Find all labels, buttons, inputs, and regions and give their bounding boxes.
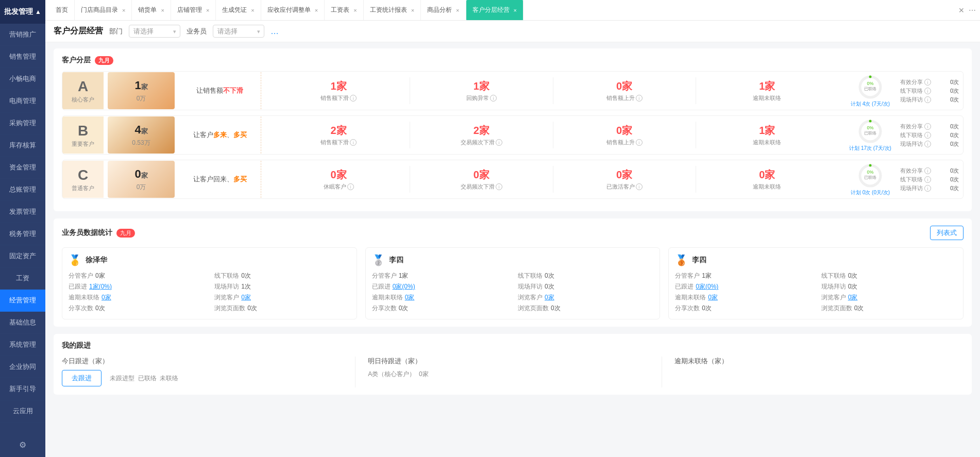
sidebar-item-资金管理[interactable]: 资金管理 — [0, 157, 45, 179]
rep-stat-现场拜访: 现场拜访 1次 — [214, 282, 350, 291]
tab-销货单[interactable]: 销货单× — [132, 0, 171, 21]
info-icon[interactable]: i — [924, 185, 931, 192]
tab-close-销货单[interactable]: × — [161, 7, 164, 13]
rep-stat-value[interactable]: 1家(0%) — [89, 282, 112, 291]
rs-label: 现场拜访 i — [900, 140, 931, 148]
tab-工资表[interactable]: 工资表× — [325, 0, 363, 21]
info-icon[interactable]: i — [350, 139, 357, 146]
rep-name-row: 🥇 徐泽华 — [69, 254, 350, 266]
stat-逾期未联络: 1家 逾期未联络 — [696, 122, 838, 148]
rep-stat-value[interactable]: 0家 — [545, 293, 554, 302]
sidebar-item-税务管理[interactable]: 税务管理 — [0, 223, 45, 245]
stat-label: 交易频次下滑 i — [461, 139, 502, 146]
rs-val: 0次 — [950, 184, 959, 192]
rep-stat-label: 浏览页面数 — [518, 304, 549, 313]
info-icon[interactable]: i — [924, 123, 931, 130]
rep-stat-value: 1家 — [702, 272, 712, 280]
more-filters-icon[interactable]: … — [271, 27, 279, 36]
sidebar-item-新手引导[interactable]: 新手引导 — [0, 378, 45, 400]
gear-icon[interactable]: ⚙ — [0, 433, 45, 457]
tab-应收应付调整单[interactable]: 应收应付调整单× — [261, 0, 325, 21]
rep-stat-label: 已跟进 — [372, 282, 391, 291]
stat-label: 销售额上升 i — [606, 139, 643, 146]
tier-count-num: 4家 — [134, 123, 147, 137]
right-stat-有效分享: 有效分享 i 0次 — [900, 123, 959, 130]
stat-销售额上升: 0家 销售额上升 i — [553, 77, 696, 104]
dept-select[interactable]: 请选择 — [129, 25, 180, 38]
tab-close-商品分析[interactable]: × — [456, 7, 459, 13]
tab-close-客户分层经营[interactable]: × — [514, 7, 517, 13]
info-icon[interactable]: i — [347, 183, 354, 190]
sales-select[interactable]: 请选择 — [213, 25, 264, 38]
sidebar-item-库存核算[interactable]: 库存核算 — [0, 134, 45, 157]
sidebar-item-营销推广[interactable]: 营销推广 — [0, 24, 45, 46]
tab-close-门店商品目录[interactable]: × — [122, 7, 125, 13]
info-icon[interactable]: i — [496, 139, 502, 146]
info-icon[interactable]: i — [636, 183, 643, 190]
tab-close-工资表[interactable]: × — [353, 7, 357, 13]
rep-stat-value[interactable]: 0家 — [102, 293, 111, 302]
info-icon[interactable]: i — [924, 176, 931, 183]
sidebar-item-电商管理[interactable]: 电商管理 — [0, 90, 45, 112]
tab-门店商品目录[interactable]: 门店商品目录× — [75, 0, 132, 21]
info-icon[interactable]: i — [924, 141, 931, 147]
sidebar-collapse-icon[interactable]: ▲ — [35, 8, 41, 15]
rep-stat-value[interactable]: 0家(0%) — [393, 282, 415, 291]
tab-close-工资统计报表[interactable]: × — [411, 7, 414, 13]
go-follow-button[interactable]: 去跟进 — [62, 370, 102, 386]
tab-生成凭证[interactable]: 生成凭证× — [216, 0, 261, 21]
sidebar-item-小畅电商[interactable]: 小畅电商 — [0, 68, 45, 90]
rep-stat-label: 逾期未联络 — [69, 293, 99, 302]
biz-title: 业务员数据统计 — [62, 228, 112, 238]
sidebar-item-销售管理[interactable]: 销售管理 — [0, 46, 45, 68]
tab-menu-icon[interactable]: ⋯ — [969, 6, 976, 14]
stat-num: 0家 — [616, 79, 632, 93]
info-icon[interactable]: i — [490, 95, 497, 101]
rep-stat-value[interactable]: 0家 — [708, 293, 718, 302]
sidebar-item-基础信息[interactable]: 基础信息 — [0, 312, 45, 334]
rep-stat-value[interactable]: 0家 — [241, 293, 251, 302]
info-icon[interactable]: i — [924, 132, 931, 139]
tab-店铺管理[interactable]: 店铺管理× — [171, 0, 216, 21]
tab-首页[interactable]: 首页 — [49, 0, 75, 21]
sidebar-item-固定资产[interactable]: 固定资产 — [0, 245, 45, 267]
stat-逾期未联络: 1家 逾期未联络 — [696, 77, 838, 104]
stat-label: 已激活客户 i — [606, 183, 643, 191]
info-icon[interactable]: i — [924, 88, 931, 94]
info-icon[interactable]: i — [924, 167, 931, 174]
sidebar-header[interactable]: 批发管理 ▲ — [0, 0, 45, 24]
info-icon[interactable]: i — [924, 96, 931, 103]
tab-close-all-icon[interactable]: ✕ — [958, 6, 965, 14]
sidebar-item-发票管理[interactable]: 发票管理 — [0, 201, 45, 223]
tab-close-应收应付调整单[interactable]: × — [315, 7, 318, 13]
sidebar-item-总账管理[interactable]: 总账管理 — [0, 179, 45, 201]
tab-close-店铺管理[interactable]: × — [206, 7, 209, 13]
info-icon[interactable]: i — [924, 79, 931, 86]
sidebar-item-云应用[interactable]: 云应用 — [0, 400, 45, 422]
rep-stat-label: 浏览客户 — [821, 293, 846, 302]
tab-close-生成凭证[interactable]: × — [251, 7, 254, 13]
tab-客户分层经营[interactable]: 客户分层经营× — [466, 0, 523, 21]
sidebar-item-系统管理[interactable]: 系统管理 — [0, 334, 45, 356]
dept-label: 部门 — [109, 27, 123, 36]
tab-商品分析[interactable]: 商品分析× — [421, 0, 466, 21]
sidebar-item-工资[interactable]: 工资 — [0, 267, 45, 290]
rep-stat-label: 分管客户 — [372, 272, 397, 280]
stat-回购异常: 1家 回购异常 i — [410, 77, 553, 104]
info-icon[interactable]: i — [496, 183, 502, 190]
rep-card-李四: 🥉 李四 分管客户 1家 线下联络 0次 已跟进 0家(0%) 现场拜访 0次 — [668, 247, 964, 319]
rep-stat-value[interactable]: 0家 — [848, 293, 858, 302]
rep-stat-value[interactable]: 0家 — [405, 293, 415, 302]
info-icon[interactable]: i — [350, 95, 357, 101]
sidebar-item-企业协同[interactable]: 企业协同 — [0, 356, 45, 378]
sidebar-item-经营管理[interactable]: 经营管理 — [0, 290, 45, 312]
sidebar-item-采购管理[interactable]: 采购管理 — [0, 112, 45, 134]
info-icon[interactable]: i — [636, 95, 643, 101]
rep-name: 李四 — [692, 256, 706, 265]
tab-工资统计报表[interactable]: 工资统计报表× — [364, 0, 421, 21]
info-icon[interactable]: i — [636, 139, 643, 146]
rep-stat-分管客户: 分管客户 0家 — [69, 272, 204, 280]
right-stat-有效分享: 有效分享 i 0次 — [900, 78, 959, 86]
rep-stat-value[interactable]: 0家(0%) — [696, 282, 718, 291]
list-view-button[interactable]: 列表式 — [930, 226, 964, 240]
